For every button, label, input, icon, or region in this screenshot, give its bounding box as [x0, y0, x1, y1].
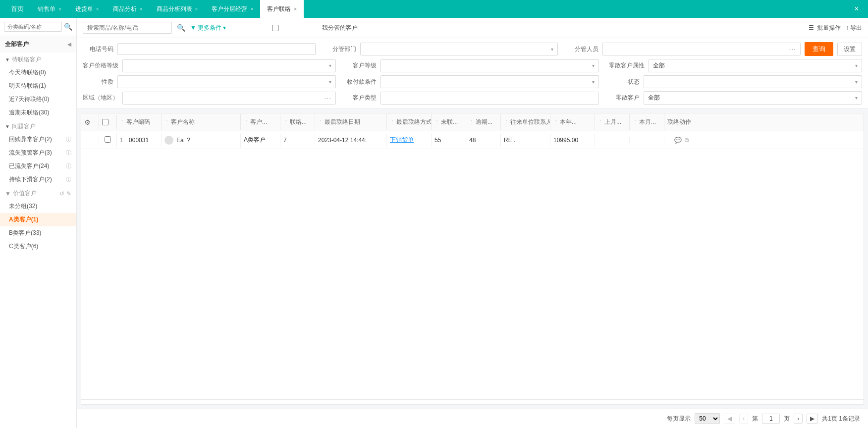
th-unit-contact: ⋮ 往来单位联系人: [501, 114, 550, 130]
page-size-select[interactable]: 50 10 20 100: [695, 413, 720, 424]
td-grade-1: A类客户: [241, 133, 280, 147]
more-filters-btn[interactable]: ▼ 更多条件 ▾: [190, 24, 226, 32]
filter-row-2: 客户价格等级 ▾ 客户等级 ▾ 零散客户属性 全部: [83, 59, 862, 72]
sidebar-item-7days-pending[interactable]: 近7天待联络(0): [0, 93, 76, 106]
sidebar-item-churn-warning[interactable]: 流失预警客户(3) ⓘ: [0, 146, 76, 160]
retail-attr-select[interactable]: 全部 ▾: [649, 59, 862, 72]
td-overdue-1: 48: [466, 134, 501, 147]
app-close-button[interactable]: ×: [849, 0, 864, 18]
pagination: 每页显示 50 10 20 100 ◀ ‹ 第 页 › ▶ 共1页 1条记录: [77, 409, 868, 428]
filter-dept: 分管部门 ▾: [326, 43, 558, 55]
close-purchase-tab[interactable]: ×: [96, 6, 99, 12]
phone-input[interactable]: [117, 43, 316, 55]
info-icon-2[interactable]: ⓘ: [66, 149, 71, 157]
td-this-month-1: [630, 137, 664, 143]
filter-row-1: 电话号码 分管部门 ▾ 分管人员 ··· 查: [83, 42, 862, 56]
tab-purchase[interactable]: 进货单 ×: [68, 0, 106, 18]
td-code-1: 1 000031: [117, 134, 162, 147]
sidebar-item-tomorrow-pending[interactable]: 明天待联络(1): [0, 79, 76, 93]
setting-button[interactable]: 设置: [837, 43, 862, 56]
price-grade-select[interactable]: ▾: [122, 59, 336, 72]
info-icon-1[interactable]: ⓘ: [66, 136, 71, 143]
nature-select[interactable]: ▾: [117, 75, 336, 88]
main-search-icon[interactable]: 🔍: [177, 24, 185, 32]
tab-goods-analysis[interactable]: 商品分析 ×: [106, 0, 150, 18]
next-page-btn[interactable]: ›: [794, 414, 803, 424]
customer-grade-select[interactable]: ▾: [380, 59, 599, 72]
page-number-input[interactable]: [762, 414, 780, 424]
query-button[interactable]: 查询: [805, 42, 833, 56]
th-check[interactable]: [99, 115, 117, 129]
payment-select[interactable]: ▾: [380, 75, 599, 88]
td-check-1[interactable]: [99, 133, 117, 147]
sidebar-item-c-customers[interactable]: C类客户(6): [0, 240, 76, 253]
nav-home[interactable]: 首页: [4, 0, 31, 18]
price-grade-chevron: ▾: [329, 63, 331, 68]
category-search-input[interactable]: [4, 22, 62, 32]
settings-gear-icon[interactable]: ⚙: [84, 118, 91, 126]
tab-customer-contact[interactable]: 客户联络 ×: [260, 0, 304, 18]
select-all-checkbox[interactable]: [102, 119, 108, 125]
td-last-date-1: 2023-04-12 14:44:: [315, 134, 387, 147]
filter-phone: 电话号码: [83, 43, 316, 55]
chat-icon[interactable]: 💬: [674, 137, 682, 144]
region-select[interactable]: ···: [122, 92, 336, 105]
close-contact-tab[interactable]: ×: [294, 6, 297, 12]
td-last-method-1[interactable]: 下销货单: [387, 133, 432, 147]
sidebar-item-churned[interactable]: 已流失客户(24) ⓘ: [0, 160, 76, 173]
filter-retail: 零散客户 全部 ▾: [609, 91, 862, 105]
my-customers-checkbox[interactable]: 我分管的客户: [231, 24, 358, 32]
first-page-btn[interactable]: ◀: [724, 414, 735, 424]
info-icon-3[interactable]: ⓘ: [66, 162, 71, 170]
table-header: ⚙ ⋮ 客户编码 ⋮ 客户名称 ⋮ 客户... ⋮: [81, 113, 864, 131]
tab-sales[interactable]: 销售单 ×: [31, 0, 68, 18]
retail-select[interactable]: 全部 ▾: [644, 91, 862, 105]
sidebar-item-a-customers[interactable]: A类客户(1): [0, 213, 76, 226]
sidebar-item-today-pending[interactable]: 今天待联络(0): [0, 66, 76, 79]
sidebar-item-overdue-pending[interactable]: 逾期未联络(30): [0, 106, 76, 119]
th-name: ⋮ 客户名称: [162, 114, 241, 130]
status-select[interactable]: ▾: [644, 75, 862, 88]
filter-region: 区域（地区） ···: [83, 92, 336, 105]
close-goods-tab[interactable]: ×: [140, 6, 143, 12]
batch-ops-btn[interactable]: ☰ 批量操作: [809, 24, 841, 32]
edit-icon[interactable]: ✎: [66, 190, 71, 197]
close-sales-tab[interactable]: ×: [58, 6, 61, 12]
sidebar-item-repurchase-abnormal[interactable]: 回购异常客户(2) ⓘ: [0, 133, 76, 146]
td-settings-1: [81, 137, 99, 143]
table-row: 1 000031 Ea ? A类客户 7 2023-04-12 14:44: 下…: [81, 131, 864, 149]
close-segment-tab[interactable]: ×: [250, 6, 253, 12]
all-customers-header[interactable]: 全部客户 ◀: [0, 36, 76, 53]
refresh-icon[interactable]: ↺: [59, 190, 64, 197]
link-icon[interactable]: ⧉: [685, 137, 689, 144]
filter-nature: 性质 ▾: [83, 75, 336, 88]
sidebar-item-declining[interactable]: 持续下滑客户(2) ⓘ: [0, 173, 76, 186]
main-search-input[interactable]: [83, 22, 172, 34]
td-this-year-1: 10995.00: [550, 134, 595, 147]
collapse-icon[interactable]: ◀: [67, 42, 71, 47]
sidebar-item-b-customers[interactable]: B类客户(33): [0, 226, 76, 240]
td-action-1[interactable]: 💬 ⧉: [664, 134, 699, 147]
manager-select[interactable]: ···: [602, 43, 801, 55]
last-page-btn[interactable]: ▶: [807, 414, 818, 424]
filter-manager: 分管人员 ···: [568, 43, 801, 55]
my-customers-check-input[interactable]: [231, 25, 320, 31]
th-settings[interactable]: ⚙: [81, 114, 99, 130]
customer-type-select[interactable]: [380, 92, 599, 105]
tab-customer-segment[interactable]: 客户分层经营 ×: [205, 0, 260, 18]
sidebar-search-area: 🔍: [0, 18, 76, 36]
close-goods-list-tab[interactable]: ×: [195, 6, 198, 12]
tab-goods-list[interactable]: 商品分析列表 ×: [150, 0, 205, 18]
status-chevron: ▾: [855, 79, 858, 85]
filter-price-grade: 客户价格等级 ▾: [83, 59, 336, 72]
export-icon: ↑: [846, 24, 849, 31]
dept-select[interactable]: ▾: [360, 43, 558, 55]
info-icon-4[interactable]: ⓘ: [66, 176, 71, 183]
prev-page-btn[interactable]: ‹: [739, 414, 748, 424]
row-checkbox-1[interactable]: [105, 136, 111, 143]
export-btn[interactable]: ↑ 导出: [846, 24, 862, 32]
sidebar-item-unsorted[interactable]: 未分组(32): [0, 200, 76, 213]
table-scrollbar[interactable]: [81, 399, 864, 404]
th-code: ⋮ 客户编码: [117, 114, 162, 130]
category-search-icon[interactable]: 🔍: [64, 23, 72, 31]
